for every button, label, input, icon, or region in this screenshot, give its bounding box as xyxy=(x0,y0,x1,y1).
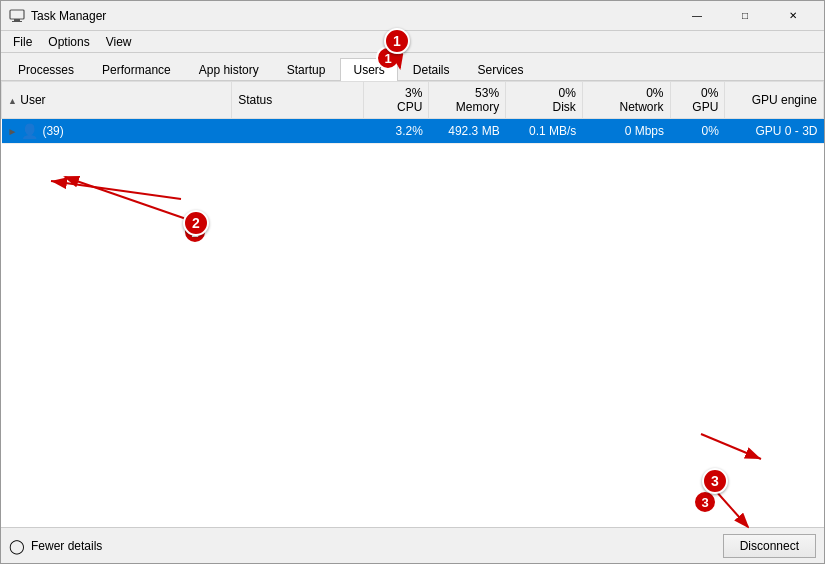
tab-bar: Processes Performance App history Startu… xyxy=(1,53,824,81)
cell-user: ► 👤 (39) xyxy=(2,119,232,144)
cell-gpu: 0% xyxy=(670,119,725,144)
tab-services[interactable]: Services xyxy=(465,58,537,81)
table-header-row: ▲ User Status 3% CPU 53% Memory xyxy=(2,82,824,119)
status-bar: ◯ Fewer details Disconnect xyxy=(1,527,824,563)
disconnect-button[interactable]: Disconnect xyxy=(723,534,816,558)
expand-icon[interactable]: ► xyxy=(8,126,18,137)
users-table-container[interactable]: ▲ User Status 3% CPU 53% Memory xyxy=(1,81,824,527)
col-header-user[interactable]: ▲ User xyxy=(2,82,232,119)
col-header-cpu[interactable]: 3% CPU xyxy=(363,82,429,119)
cell-network: 0 Mbps xyxy=(582,119,670,144)
cpu-label: CPU xyxy=(397,100,422,114)
network-label: Network xyxy=(620,100,664,114)
col-header-gpu[interactable]: 0% GPU xyxy=(670,82,725,119)
memory-label: Memory xyxy=(456,100,499,114)
menu-view[interactable]: View xyxy=(98,33,140,51)
col-header-memory[interactable]: 53% Memory xyxy=(429,82,506,119)
disk-pct: 0% xyxy=(559,86,576,100)
col-header-gpuengine[interactable]: GPU engine xyxy=(725,82,824,119)
tab-users[interactable]: Users xyxy=(340,58,397,81)
tab-performance[interactable]: Performance xyxy=(89,58,184,81)
menu-file[interactable]: File xyxy=(5,33,40,51)
fewer-icon: ◯ xyxy=(9,538,25,554)
user-avatar-icon: 👤 xyxy=(21,123,38,139)
memory-pct: 53% xyxy=(475,86,499,100)
menu-options[interactable]: Options xyxy=(40,33,97,51)
main-content: ▲ User Status 3% CPU 53% Memory xyxy=(1,81,824,527)
col-header-network[interactable]: 0% Network xyxy=(582,82,670,119)
fewer-details-label: Fewer details xyxy=(31,539,102,553)
tab-app-history[interactable]: App history xyxy=(186,58,272,81)
user-count: (39) xyxy=(42,124,63,138)
title-bar: Task Manager — □ ✕ xyxy=(1,1,824,31)
users-table: ▲ User Status 3% CPU 53% Memory xyxy=(1,81,824,144)
cell-cpu: 3.2% xyxy=(363,119,429,144)
maximize-button[interactable]: □ xyxy=(722,1,768,31)
gpu-label: GPU xyxy=(692,100,718,114)
svg-rect-0 xyxy=(10,10,24,19)
task-manager-window: Task Manager — □ ✕ File Options View Pro… xyxy=(0,0,825,564)
cell-status xyxy=(232,119,364,144)
app-icon xyxy=(9,8,25,24)
cell-disk: 0.1 MB/s xyxy=(506,119,583,144)
tab-details[interactable]: Details xyxy=(400,58,463,81)
cell-memory: 492.3 MB xyxy=(429,119,506,144)
svg-rect-2 xyxy=(12,21,22,22)
col-header-status[interactable]: Status xyxy=(232,82,364,119)
col-header-disk[interactable]: 0% Disk xyxy=(506,82,583,119)
tab-startup[interactable]: Startup xyxy=(274,58,339,81)
minimize-button[interactable]: — xyxy=(674,1,720,31)
sort-indicator: ▲ xyxy=(8,96,17,106)
network-pct: 0% xyxy=(646,86,663,100)
window-title: Task Manager xyxy=(31,9,674,23)
disk-label: Disk xyxy=(553,100,576,114)
cell-gpuengine: GPU 0 - 3D xyxy=(725,119,824,144)
cpu-pct: 3% xyxy=(405,86,422,100)
fewer-details-button[interactable]: ◯ Fewer details xyxy=(9,538,102,554)
close-button[interactable]: ✕ xyxy=(770,1,816,31)
tab-processes[interactable]: Processes xyxy=(5,58,87,81)
table-row[interactable]: ► 👤 (39) 3.2% 492.3 MB 0.1 MB/s 0 Mbps 0… xyxy=(2,119,824,144)
gpu-pct: 0% xyxy=(701,86,718,100)
menu-bar: File Options View xyxy=(1,31,824,53)
window-controls: — □ ✕ xyxy=(674,1,816,31)
svg-rect-1 xyxy=(14,19,20,21)
